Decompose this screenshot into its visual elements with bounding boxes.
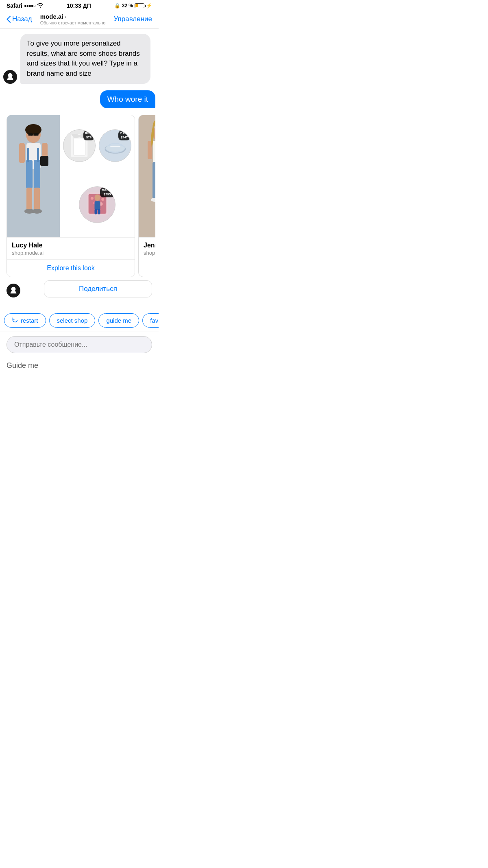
nav-subtitle: Обычно отвечает моментально <box>40 20 106 25</box>
restart-icon <box>12 317 18 324</box>
product-badge-3: R&Bon $295 <box>100 188 114 198</box>
bot-bubble: To give you more personalized results, w… <box>20 34 150 84</box>
celebrity-shop: shop.mode.ai <box>12 250 130 256</box>
card-top-2 <box>139 115 155 237</box>
back-label: Назад <box>12 15 32 23</box>
explore-button[interactable]: Explore this look <box>7 259 135 277</box>
product-circle-shoes[interactable]: C Pro $247 <box>99 129 131 162</box>
faves-button[interactable]: faves <box>142 313 159 328</box>
svg-rect-16 <box>34 133 39 136</box>
celebrity-name: Lucy Hale <box>12 242 130 249</box>
product-badge-1: RE/D $78 <box>83 131 94 141</box>
chevron-right-icon: › <box>65 14 66 20</box>
svg-rect-40 <box>152 162 155 199</box>
photo-background <box>7 115 60 237</box>
card-info-2: Jennif... shop.m... <box>139 237 155 256</box>
battery-icon <box>135 3 144 8</box>
svg-rect-5 <box>34 160 40 188</box>
manage-button[interactable]: Управление <box>113 15 152 23</box>
status-right: 🔒 32 % ⚡ <box>114 3 152 9</box>
svg-point-23 <box>106 145 124 151</box>
svg-rect-18 <box>40 156 48 166</box>
product-badge-2: C Pro $247 <box>118 131 130 141</box>
user-message-row: Who wore it <box>3 90 155 108</box>
faves-label: faves <box>150 317 159 324</box>
svg-rect-20 <box>73 138 85 155</box>
top-products-row: RE/D $78 <box>63 129 131 162</box>
product-circle-shirt[interactable]: RE/D $78 <box>63 129 96 162</box>
person-photo <box>7 115 60 237</box>
card-info: Lucy Hale shop.mode.ai <box>7 237 135 256</box>
message-input[interactable] <box>7 336 152 353</box>
restart-label: restart <box>21 317 38 324</box>
input-area <box>0 332 159 358</box>
lock-icon: 🔒 <box>114 3 120 9</box>
restart-button[interactable]: restart <box>4 313 46 328</box>
nav-title: mode.ai › <box>40 13 106 20</box>
svg-point-28 <box>90 197 93 199</box>
svg-point-30 <box>101 198 104 201</box>
svg-rect-35 <box>94 209 97 214</box>
celebrity-card-lucy[interactable]: RE/D $78 <box>7 115 135 277</box>
wifi-icon <box>37 3 44 9</box>
nav-center: mode.ai › Обычно отвечает моментально <box>40 13 106 25</box>
svg-rect-11 <box>34 188 40 210</box>
back-button[interactable]: Назад <box>7 15 32 23</box>
product-circle-shorts[interactable]: R&Bon $295 <box>79 186 115 223</box>
svg-rect-8 <box>19 143 25 163</box>
svg-rect-34 <box>94 201 100 210</box>
celebrity-card-jennifer[interactable]: Jennif... shop.m... <box>138 115 155 277</box>
app-name: Safari <box>7 2 22 9</box>
guide-me-button[interactable]: guide me <box>98 313 139 328</box>
share-button[interactable]: Поделиться <box>44 280 152 297</box>
svg-rect-4 <box>26 160 33 188</box>
bot-avatar-share <box>7 284 20 297</box>
status-left: Safari ●●●●○ <box>7 2 44 9</box>
person-photo-2 <box>139 115 155 237</box>
bot-avatar <box>3 70 17 84</box>
svg-rect-36 <box>98 209 100 214</box>
svg-point-13 <box>32 209 42 214</box>
bot-message-row: To give you more personalized results, w… <box>3 34 155 84</box>
user-bubble: Who wore it <box>100 90 155 108</box>
celebrity-name-2: Jennif... <box>144 242 155 249</box>
chat-area: To give you more personalized results, w… <box>0 29 159 309</box>
celebrity-shop-2: shop.m... <box>144 250 155 256</box>
battery-percent: 32 % <box>122 3 133 9</box>
svg-rect-15 <box>28 133 33 136</box>
share-row: Поделиться <box>3 277 155 304</box>
svg-rect-10 <box>26 188 32 210</box>
svg-point-14 <box>25 124 41 136</box>
card-top: RE/D $78 <box>7 115 135 237</box>
guide-me-label: guide me <box>106 317 131 324</box>
bottom-text: Guide me <box>0 358 159 373</box>
status-bar: Safari ●●●●○ 10:33 ДП 🔒 32 % ⚡ <box>0 0 159 11</box>
svg-point-33 <box>94 194 100 201</box>
quick-actions: restart select shop guide me faves <box>0 309 159 332</box>
card-carousel[interactable]: RE/D $78 <box>3 115 155 277</box>
status-time: 10:33 ДП <box>67 2 91 9</box>
card-products: RE/D $78 <box>60 115 135 237</box>
svg-rect-7 <box>37 148 39 162</box>
svg-rect-39 <box>153 141 155 165</box>
charging-icon: ⚡ <box>146 3 152 9</box>
signal-dots: ●●●●○ <box>24 3 35 8</box>
svg-rect-6 <box>27 148 29 162</box>
select-shop-button[interactable]: select shop <box>49 313 96 328</box>
select-shop-label: select shop <box>57 317 88 324</box>
nav-bar: Назад mode.ai › Обычно отвечает моментал… <box>0 11 159 29</box>
